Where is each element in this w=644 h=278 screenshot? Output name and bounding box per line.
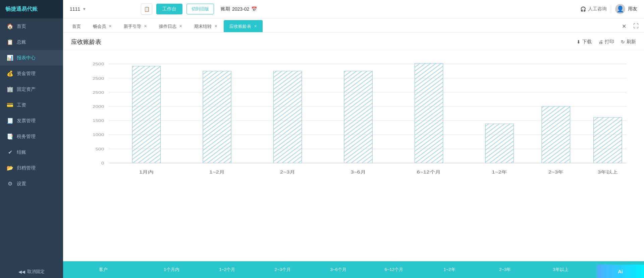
sidebar-item-archive[interactable]: 📂归档管理 [0,160,63,176]
sidebar-label-reports: 报表中心 [17,55,36,61]
svg-text:2000: 2000 [93,105,104,109]
tab-close-period-close[interactable]: ✕ [214,24,217,28]
user-menu[interactable]: 👤 用友 [615,4,637,14]
period-display: 账期 2023-02 📅 [221,6,257,12]
sidebar-collapse-btn[interactable]: ◀◀ 取消固定 [0,265,63,278]
bar-chart: 2500 2500 2500 2000 1500 1000 500 0 [71,57,636,184]
table-header: 客户1个月内1~2个月2~3个月3~6个月6~12个月1~2年2~3年3年以上合… [63,261,644,278]
print-icon: 🖨 [598,39,603,45]
svg-text:3年以上: 3年以上 [598,170,618,175]
sidebar-item-home[interactable]: 🏠首页 [0,18,63,34]
archive-btn[interactable]: 📋 [141,3,152,15]
tab-label-member: 畅会员 [93,23,106,29]
table-header-cell: 客户 [63,267,144,273]
bar-1月内 [132,66,160,163]
svg-text:1月内: 1月内 [139,170,154,175]
svg-text:3~6月: 3~6月 [351,170,366,175]
table-header-cell: 1~2个月 [199,267,255,273]
svg-text:2500: 2500 [93,90,104,95]
sidebar-item-tax[interactable]: 📑税务管理 [0,129,63,144]
tabs-bar: 首页畅会员✕新手引导✕操作日志✕期末结转✕应收账龄表✕ ✕ ⛶ [63,18,644,32]
avatar: 👤 [615,4,625,14]
workbench-button[interactable]: 工作台 [156,4,182,14]
bar-3-6月 [344,71,372,163]
sidebar-item-settings[interactable]: ⚙设置 [0,176,63,192]
table-header-cell: 1个月内 [144,267,200,273]
sidebar-label-ledger: 总账 [17,39,26,45]
tab-close-log[interactable]: ✕ [179,24,182,28]
sidebar-logo: 畅捷通易代账 [0,0,63,18]
svg-text:2~3年: 2~3年 [548,170,564,175]
svg-text:1~2月: 1~2月 [209,170,225,175]
sidebar-label-settings: 设置 [17,181,26,187]
svg-text:1000: 1000 [93,133,104,137]
sidebar: 畅捷通易代账 🏠首页📋总账📊报表中心💰资金管理🏢固定资产💳工资🧾发票管理📑税务管… [0,0,63,278]
tab-close-guide[interactable]: ✕ [144,24,147,28]
tab-close-aging[interactable]: ✕ [254,24,257,28]
calendar-icon[interactable]: 📅 [251,6,257,12]
sidebar-item-reports[interactable]: 📊报表中心 [0,50,63,66]
tab-home[interactable]: 首页 [66,20,87,32]
sidebar-item-assets[interactable]: 🏢固定资产 [0,81,63,97]
company-selector[interactable]: 1111 ▼ [70,6,137,12]
sidebar-item-ledger[interactable]: 📋总账 [0,34,63,50]
tax-icon: 📑 [7,133,13,140]
tab-member[interactable]: 畅会员✕ [87,20,117,32]
sidebar-label-archive: 归档管理 [17,165,36,171]
ai-button[interactable]: Ai [597,265,644,278]
download-btn[interactable]: ⬇ 下载 [577,39,592,45]
svg-text:1~2年: 1~2年 [492,170,507,175]
period-value: 2023-02 [232,6,249,12]
tab-log[interactable]: 操作日志✕ [153,20,188,32]
support-btn[interactable]: 🎧 人工咨询 [580,6,607,12]
bar-2-3年 [542,107,570,163]
sidebar-label-payroll: 工资 [17,102,26,108]
refresh-btn[interactable]: ↻ 刷新 [621,39,636,45]
ledger-icon: 📋 [7,39,13,45]
settings-icon: ⚙ [7,181,13,187]
svg-text:6~12个月: 6~12个月 [417,170,441,175]
sidebar-item-funds[interactable]: 💰资金管理 [0,66,63,81]
username: 用友 [628,6,637,12]
bar-1-2年 [485,124,514,163]
version-switch-button[interactable]: 切到旧版 [186,4,214,14]
headset-icon: 🎧 [580,6,586,12]
tab-period-close[interactable]: 期末结转✕ [189,20,223,32]
svg-text:1500: 1500 [93,119,104,123]
table-header-cell: 1~2年 [422,267,477,273]
reports-icon: 📊 [7,55,13,61]
sidebar-label-funds: 资金管理 [17,71,36,77]
tab-aging[interactable]: 应收账龄表✕ [224,20,263,32]
svg-text:500: 500 [96,147,104,151]
refresh-icon: ↻ [621,39,625,45]
close-tab-btn[interactable]: ✕ [619,21,629,31]
tab-guide[interactable]: 新手引导✕ [118,20,153,32]
table-header-cell: 3~6个月 [311,267,366,273]
expand-tab-btn[interactable]: ⛶ [631,21,641,31]
invoice-icon: 🧾 [7,118,13,124]
tab-label-aging: 应收账龄表 [229,23,251,29]
table-header-cell: 2~3年 [477,267,533,273]
sidebar-item-close[interactable]: ✔结账 [0,144,63,160]
content-area: 应收账龄表 ⬇ 下载 🖨 打印 ↻ 刷新 [63,32,644,278]
pin-icon: ◀◀ [18,269,25,274]
sidebar-item-invoice[interactable]: 🧾发票管理 [0,113,63,129]
company-dropdown-icon: ▼ [82,7,86,11]
header-divider [611,5,611,13]
bar-3年以上 [594,118,622,163]
tab-label-period-close: 期末结转 [194,23,212,29]
svg-text:0: 0 [101,161,104,165]
table-header-cell: 2~3个月 [255,267,311,273]
tab-close-member[interactable]: ✕ [109,24,112,28]
payroll-icon: 💳 [7,102,13,108]
page-title: 应收账龄表 [71,38,101,46]
chart-area: 2500 2500 2500 2000 1500 1000 500 0 [63,50,644,261]
print-btn[interactable]: 🖨 打印 [598,39,614,45]
bar-1-2月 [203,71,231,163]
header: 1111 ▼ 📋 工作台 切到旧版 账期 2023-02 📅 🎧 人工咨询 👤 [63,0,644,18]
sidebar-label-home: 首页 [17,23,26,29]
svg-text:2500: 2500 [93,62,104,66]
tabs-end-controls: ✕ ⛶ [619,21,641,32]
sidebar-item-payroll[interactable]: 💳工资 [0,97,63,113]
table-header-cell: 3年以上 [533,267,589,273]
